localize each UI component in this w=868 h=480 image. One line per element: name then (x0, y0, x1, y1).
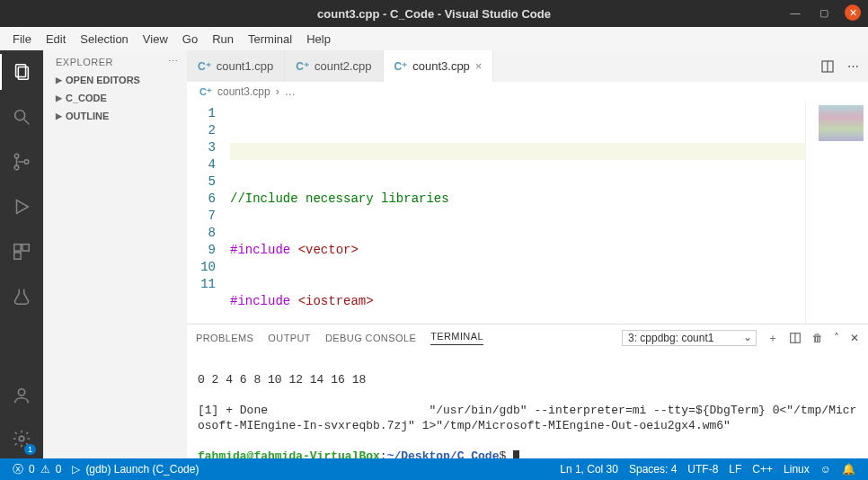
panel-tab-problems[interactable]: PROBLEMS (196, 333, 253, 343)
titlebar: count3.cpp - C_Code - Visual Studio Code… (0, 0, 868, 27)
svg-point-11 (18, 389, 24, 396)
terminal-selector[interactable]: 3: cppdbg: count1 (622, 330, 757, 346)
window-title: count3.cpp - C_Code - Visual Studio Code (317, 7, 551, 21)
close-panel-icon[interactable]: ✕ (850, 332, 859, 344)
explorer-icon[interactable] (0, 58, 43, 86)
breadcrumb-file: count3.cpp (217, 85, 270, 98)
search-icon[interactable] (0, 102, 43, 131)
status-language[interactable]: C++ (747, 463, 778, 476)
menu-terminal[interactable]: Terminal (241, 32, 299, 46)
svg-rect-10 (14, 253, 21, 259)
terminal[interactable]: 0 2 4 6 8 10 12 14 16 18 [1] + Done "/us… (187, 351, 868, 458)
accounts-icon[interactable] (0, 381, 43, 410)
breadcrumb[interactable]: C⁺ count3.cpp › … (187, 82, 868, 102)
status-launch[interactable]: ▷ (gdb) Launch (C_Code) (66, 463, 204, 476)
code-editor[interactable]: 1234567891011 //Include necessary librar… (187, 102, 868, 324)
menu-edit[interactable]: Edit (39, 32, 73, 46)
panel-tab-debug-console[interactable]: DEBUG CONSOLE (325, 333, 416, 343)
panel-tabs: PROBLEMS OUTPUT DEBUG CONSOLE TERMINAL 3… (187, 324, 868, 351)
svg-marker-7 (17, 200, 29, 214)
chevron-right-icon: ▶ (56, 76, 62, 84)
tab-count3[interactable]: C⁺ count3.cpp × (384, 50, 494, 82)
window-controls: — ▢ ✕ (787, 4, 861, 21)
menu-selection[interactable]: Selection (73, 32, 135, 46)
test-icon[interactable] (0, 282, 43, 311)
status-eol[interactable]: LF (723, 463, 747, 476)
error-icon: ⓧ (13, 462, 23, 477)
status-bar: ⓧ0 ⚠0 ▷ (gdb) Launch (C_Code) Ln 1, Col … (0, 458, 868, 480)
chevron-right-icon: › (276, 85, 279, 98)
split-editor-icon[interactable] (820, 59, 835, 74)
svg-line-3 (24, 120, 30, 125)
svg-point-2 (15, 111, 25, 120)
svg-point-4 (14, 154, 19, 158)
svg-point-12 (19, 436, 24, 441)
menu-go[interactable]: Go (175, 32, 205, 46)
status-cursor-pos[interactable]: Ln 1, Col 30 (554, 463, 624, 476)
menu-run[interactable]: Run (205, 32, 241, 46)
tab-label: count1.cpp (217, 59, 274, 73)
tab-bar: C⁺ count1.cpp C⁺ count2.cpp C⁺ count3.cp… (187, 50, 868, 82)
menu-help[interactable]: Help (299, 32, 338, 46)
code-content[interactable]: //Include necessary libraries #include <… (225, 102, 805, 324)
tab-actions: ⋯ (811, 50, 868, 82)
svg-point-5 (14, 165, 19, 170)
tab-label: count2.cpp (314, 59, 372, 73)
sidebar-item-label: C_CODE (66, 93, 107, 103)
status-os[interactable]: Linux (778, 463, 815, 476)
cpp-file-icon: C⁺ (198, 60, 211, 73)
more-actions-icon[interactable]: ⋯ (847, 59, 859, 73)
chevron-right-icon: ▶ (56, 111, 62, 120)
tab-label: count3.cpp (412, 59, 470, 73)
feedback-icon[interactable]: ☺ (815, 463, 837, 476)
breadcrumb-more: … (285, 85, 296, 98)
menubar: File Edit Selection View Go Run Terminal… (0, 27, 868, 50)
panel-tab-terminal[interactable]: TERMINAL (430, 331, 483, 345)
split-terminal-icon[interactable] (789, 332, 802, 344)
menu-view[interactable]: View (136, 32, 175, 46)
tab-count1[interactable]: C⁺ count1.cpp (187, 50, 285, 82)
new-terminal-icon[interactable]: ＋ (767, 331, 778, 346)
workbench: 1 EXPLORER ⋯ ▶ OPEN EDITORS ▶ C_CODE ▶ O… (0, 50, 868, 458)
notifications-icon[interactable]: 🔔 (837, 463, 861, 476)
terminal-line: [1] + Done "/usr/bin/gdb" --interpreter=… (198, 403, 857, 433)
maximize-button[interactable]: ▢ (816, 4, 832, 21)
active-line-highlight (230, 143, 805, 160)
kill-terminal-icon[interactable]: 🗑 (812, 332, 823, 344)
sidebar-item-label: OPEN EDITORS (66, 75, 140, 85)
settings-badge: 1 (24, 444, 36, 455)
line-numbers: 1234567891011 (187, 102, 225, 324)
menu-file[interactable]: File (5, 32, 39, 46)
sidebar-item-label: OUTLINE (66, 111, 109, 121)
run-debug-icon[interactable] (0, 192, 43, 221)
sidebar: EXPLORER ⋯ ▶ OPEN EDITORS ▶ C_CODE ▶ OUT… (43, 50, 187, 458)
source-control-icon[interactable] (0, 147, 43, 176)
minimize-button[interactable]: — (787, 4, 803, 21)
sidebar-title: EXPLORER (56, 57, 113, 67)
bottom-panel: PROBLEMS OUTPUT DEBUG CONSOLE TERMINAL 3… (187, 324, 868, 458)
minimap[interactable] (805, 102, 868, 324)
svg-point-6 (24, 160, 29, 164)
chevron-right-icon: ▶ (56, 93, 62, 102)
debug-icon: ▷ (72, 463, 80, 476)
panel-chevron-up-icon[interactable]: ˄ (834, 332, 839, 344)
sidebar-section-folder[interactable]: ▶ C_CODE (43, 89, 187, 107)
warning-icon: ⚠ (40, 463, 50, 476)
activity-bar: 1 (0, 50, 43, 458)
tab-count2[interactable]: C⁺ count2.cpp (285, 50, 383, 82)
sidebar-more-icon[interactable]: ⋯ (168, 56, 179, 67)
status-indent[interactable]: Spaces: 4 (624, 463, 682, 476)
extensions-icon[interactable] (0, 237, 43, 266)
editor-area: C⁺ count1.cpp C⁺ count2.cpp C⁺ count3.cp… (187, 50, 868, 458)
cpp-file-icon: C⁺ (296, 60, 309, 73)
gear-icon[interactable]: 1 (0, 424, 43, 453)
status-encoding[interactable]: UTF-8 (682, 463, 723, 476)
panel-tab-output[interactable]: OUTPUT (268, 333, 311, 343)
close-button[interactable]: ✕ (845, 4, 861, 21)
sidebar-section-outline[interactable]: ▶ OUTLINE (43, 107, 187, 125)
svg-rect-8 (14, 244, 21, 251)
terminal-cursor (513, 450, 519, 458)
sidebar-section-open-editors[interactable]: ▶ OPEN EDITORS (43, 71, 187, 89)
status-problems[interactable]: ⓧ0 ⚠0 (7, 462, 66, 477)
close-tab-icon[interactable]: × (475, 59, 483, 73)
